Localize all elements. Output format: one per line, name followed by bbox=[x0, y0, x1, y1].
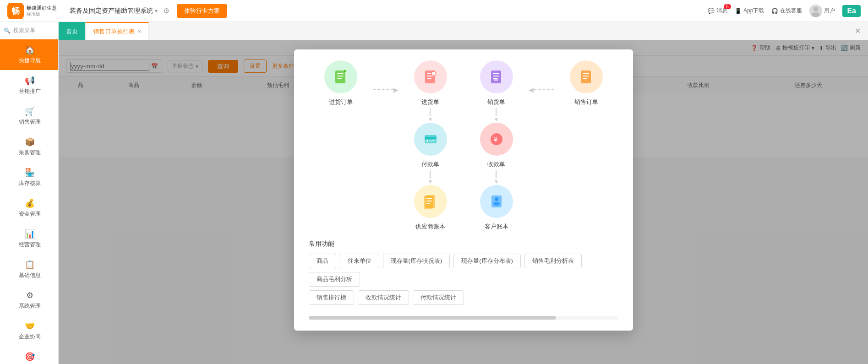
newguide-icon: 🎯 bbox=[25, 352, 35, 362]
sidebar-item-basic[interactable]: 📋 基础信息 bbox=[0, 254, 58, 285]
logo-text: 畅康通好生意 标准版 bbox=[27, 5, 57, 17]
sidebar-label-system: 系统管理 bbox=[19, 302, 41, 310]
purchase-label: 进货单 bbox=[421, 98, 439, 106]
quick-btn-stock-dist[interactable]: 现存量(库存分布表) bbox=[453, 254, 521, 268]
quick-btn-receipt-stat[interactable]: 收款情况统计 bbox=[358, 290, 409, 305]
operation-icon: 📊 bbox=[25, 229, 35, 239]
tab-close-icon[interactable]: ✕ bbox=[137, 29, 141, 34]
sidebar-item-sales[interactable]: 🛒 销售管理 bbox=[0, 101, 58, 131]
sidebar-item-quick-nav[interactable]: 🏠 快捷导航 bbox=[0, 39, 58, 70]
online-service-item[interactable]: 🎧 在线客服 bbox=[771, 7, 802, 15]
tab-home[interactable]: 首页 bbox=[59, 22, 86, 40]
sidebar-item-operation[interactable]: 📊 经营管理 bbox=[0, 223, 58, 254]
quick-btn-product-gross[interactable]: 商品毛利分析 bbox=[309, 272, 360, 287]
sidebar-label-inventory: 库存核算 bbox=[19, 179, 41, 187]
payment-node[interactable]: CNY bbox=[414, 123, 447, 156]
quick-title: 常用功能 bbox=[309, 240, 618, 248]
svg-rect-17 bbox=[494, 78, 498, 81]
svg-point-24 bbox=[426, 140, 428, 142]
message-item[interactable]: 💬 消息 5 bbox=[708, 7, 727, 15]
tab-bar: 首页 销售订单执行表 ✕ ✕ bbox=[59, 22, 868, 40]
svg-rect-14 bbox=[493, 73, 499, 74]
search-label: 搜索菜单 bbox=[13, 27, 35, 34]
message-badge: 5 bbox=[724, 4, 731, 9]
message-icon: 💬 bbox=[708, 8, 715, 14]
quick-btn-sales-gross[interactable]: 销售毛利分析表 bbox=[524, 254, 582, 268]
svg-rect-19 bbox=[583, 73, 589, 74]
app-download-item[interactable]: 📱 App下载 bbox=[735, 7, 764, 15]
top-right: 💬 消息 5 📱 App下载 🎧 在线客服 用户 Ea bbox=[708, 5, 861, 17]
sales-node[interactable] bbox=[480, 60, 513, 93]
logo-area: 畅 畅康通好生意 标准版 bbox=[7, 3, 66, 19]
trial-button[interactable]: 体验行业方案 bbox=[177, 4, 227, 18]
user-item[interactable]: 用户 bbox=[809, 5, 835, 17]
quick-btn-sales-rank[interactable]: 销售排行榜 bbox=[309, 290, 354, 305]
sidebar-item-enterprise[interactable]: 🤝 企业协同 bbox=[0, 315, 58, 346]
basic-icon: 📋 bbox=[25, 260, 35, 270]
page-content: ❓ 帮助 🖨 按模板打印 ▾ ⬆ 导出 🔄 bbox=[59, 40, 868, 364]
ea-badge[interactable]: Ea bbox=[842, 5, 861, 17]
home-tab-label: 首页 bbox=[66, 27, 78, 36]
sales-order-node2[interactable] bbox=[570, 60, 603, 93]
svg-rect-2 bbox=[335, 71, 345, 83]
svg-point-1 bbox=[812, 12, 820, 17]
svg-point-34 bbox=[495, 197, 498, 201]
quick-btn-partner[interactable]: 往来单位 bbox=[340, 254, 379, 268]
sidebar-item-finance[interactable]: 💰 资金管理 bbox=[0, 193, 58, 223]
marketing-icon: 📢 bbox=[25, 76, 35, 86]
sales-icon: 🛒 bbox=[25, 106, 35, 116]
svg-rect-10 bbox=[427, 78, 431, 79]
system-dropdown-icon[interactable]: ▾ bbox=[155, 8, 158, 14]
svg-point-35 bbox=[493, 202, 500, 206]
finance-icon: 💰 bbox=[25, 198, 35, 208]
popup-scrollbar[interactable] bbox=[309, 310, 618, 320]
purchase-node[interactable]: ✓ bbox=[414, 60, 447, 93]
sidebar-label-enterprise: 企业协同 bbox=[19, 333, 41, 341]
sidebar-label-finance: 资金管理 bbox=[19, 210, 41, 218]
sidebar-label-basic: 基础信息 bbox=[19, 272, 41, 279]
purchase-order-node[interactable] bbox=[324, 60, 357, 93]
quick-btn-product[interactable]: 商品 bbox=[309, 254, 336, 268]
supplier-account-label: 供应商账本 bbox=[415, 223, 445, 231]
quick-btn-stock-status[interactable]: 现存量(库存状况表) bbox=[383, 254, 450, 268]
svg-point-0 bbox=[813, 7, 818, 11]
headset-icon: 🎧 bbox=[771, 8, 778, 14]
sidebar-item-newguide[interactable]: 🎯 新手引导 bbox=[0, 346, 58, 364]
sidebar-item-marketing[interactable]: 📢 营销推广 bbox=[0, 70, 58, 101]
svg-rect-20 bbox=[583, 76, 589, 76]
purchase-icon: 📦 bbox=[25, 137, 35, 147]
svg-rect-5 bbox=[337, 78, 342, 79]
svg-rect-29 bbox=[424, 196, 433, 209]
customer-account-node[interactable] bbox=[480, 185, 513, 218]
inventory-icon: 🏪 bbox=[25, 168, 35, 178]
svg-rect-18 bbox=[581, 71, 591, 83]
svg-rect-32 bbox=[426, 203, 430, 204]
sidebar-label-purchase: 采购管理 bbox=[19, 149, 41, 157]
online-service-label: 在线客服 bbox=[780, 7, 802, 15]
quick-btn-payment-stat[interactable]: 付款情况统计 bbox=[413, 290, 464, 305]
tab-sales-order[interactable]: 销售订单执行表 ✕ bbox=[86, 22, 149, 40]
svg-rect-15 bbox=[493, 76, 499, 76]
enterprise-icon: 🤝 bbox=[25, 321, 35, 331]
svg-rect-23 bbox=[425, 137, 437, 139]
sidebar-item-purchase[interactable]: 📦 采购管理 bbox=[0, 131, 58, 162]
sidebar-label-quick-nav: 快捷导航 bbox=[19, 57, 41, 65]
svg-rect-4 bbox=[337, 76, 344, 76]
svg-text:CNY: CNY bbox=[429, 139, 436, 142]
app-download-label: App下载 bbox=[743, 7, 764, 15]
purchase-order-label: 进货订单 bbox=[329, 98, 353, 106]
settings-icon[interactable]: ⚙ bbox=[163, 6, 169, 15]
sidebar-search[interactable]: 🔍 搜索菜单 bbox=[0, 22, 58, 39]
sidebar-item-system[interactable]: ⚙ 系统管理 bbox=[0, 285, 58, 315]
customer-account-label: 客户账本 bbox=[485, 223, 508, 231]
sidebar-item-inventory[interactable]: 🏪 库存核算 bbox=[0, 162, 58, 193]
svg-rect-13 bbox=[491, 71, 501, 83]
tab-end-close-icon[interactable]: ✕ bbox=[847, 22, 868, 40]
receipt-node[interactable]: ¥ bbox=[480, 123, 513, 156]
svg-rect-33 bbox=[491, 196, 502, 207]
system-title: 装备及固定资产辅助管理系统 bbox=[70, 7, 153, 15]
sales-order-label2: 销售订单 bbox=[574, 98, 598, 106]
user-name: 用户 bbox=[824, 7, 835, 15]
supplier-account-node[interactable] bbox=[414, 185, 447, 218]
logo-icon: 畅 bbox=[7, 3, 24, 19]
